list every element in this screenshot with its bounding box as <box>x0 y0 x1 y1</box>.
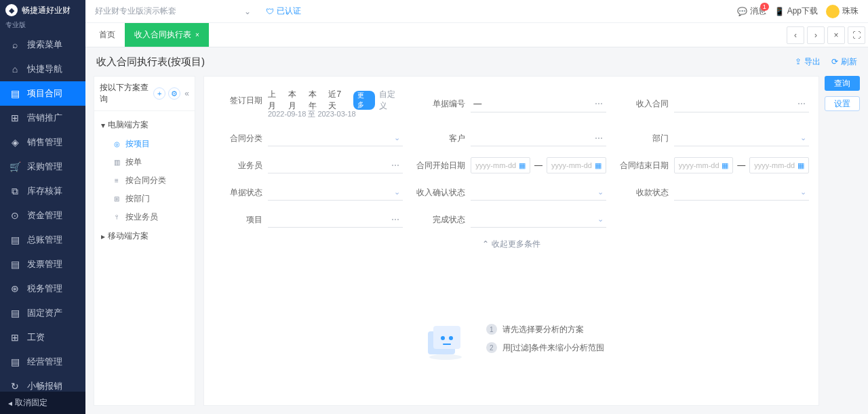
download-button[interactable]: 📱 App下载 <box>774 5 818 17</box>
nav-label: 小畅报销 <box>27 380 62 392</box>
doc-no-input[interactable]: —⋯ <box>471 96 606 112</box>
end-date-to[interactable]: yyyy-mm-dd▦ <box>749 157 809 173</box>
tab-next-button[interactable]: › <box>807 26 825 44</box>
preset-lastm[interactable]: 上月 <box>268 89 284 112</box>
label: 合同结束日期 <box>620 160 669 171</box>
fullscreen-button[interactable]: ⛶ <box>848 26 865 44</box>
cancel-pin-button[interactable]: ◂ 取消固定 <box>0 392 85 414</box>
nav-label: 固定资产 <box>27 307 62 319</box>
nav-tax[interactable]: ⊛税务管理 <box>0 276 85 301</box>
field-project: 项目 ⋯ <box>214 211 403 228</box>
svg-rect-4 <box>443 344 451 345</box>
nav-label: 搜索菜单 <box>27 39 62 51</box>
range-sep: — <box>737 161 745 170</box>
nav-purchase[interactable]: 🛒采购管理 <box>0 154 85 179</box>
verified-label: 已认证 <box>277 5 301 17</box>
badge-icon: ◈ <box>9 137 20 148</box>
filter-wrap: 签订日期 上月 本月 本年 近7天 更多 自定义 2022 <box>203 76 860 406</box>
field-doc-status: 单据状态 ⌄ <box>214 184 403 201</box>
collapse-filters-button[interactable]: ⌃ 收起更多条件 <box>214 233 809 251</box>
nav-inventory[interactable]: ⧉库存核算 <box>0 179 85 203</box>
nav-funds[interactable]: ⊙资金管理 <box>0 203 85 228</box>
settings-button[interactable]: 设置 <box>825 96 860 111</box>
export-button[interactable]: ⇪导出 <box>795 56 821 68</box>
scheme-item-dept[interactable]: ⊞按部门 <box>97 190 192 208</box>
nav-label: 发票管理 <box>27 258 62 270</box>
nav-assets[interactable]: ▤固定资产 <box>0 301 85 325</box>
query-button[interactable]: 查询 <box>825 76 860 91</box>
box-icon: ⧉ <box>9 186 20 196</box>
done-status-select[interactable]: ⌄ <box>471 211 606 228</box>
category-select[interactable]: ⌄ <box>268 130 403 146</box>
refresh-button[interactable]: ⟳刷新 <box>831 56 857 68</box>
step-label: 用[过滤]条件来缩小分析范围 <box>502 342 605 354</box>
step-number: 2 <box>486 342 497 353</box>
nav-invoice[interactable]: ▤发票管理 <box>0 252 85 276</box>
nav-marketing[interactable]: ⊞营销推广 <box>0 106 85 130</box>
export-label: 导出 <box>804 56 821 68</box>
tab-contract-exec[interactable]: 收入合同执行表 × <box>125 23 209 47</box>
brand-sub: 专业版 <box>0 20 85 33</box>
scheme-group-mobile[interactable]: ▸移动端方案 <box>97 226 192 246</box>
field-done-status: 完成状态 ⌄ <box>416 211 606 228</box>
preset-thisy[interactable]: 本年 <box>309 89 325 112</box>
nav-project-contract[interactable]: ▤项目合同 <box>0 81 85 106</box>
preset-more[interactable]: 更多 <box>353 91 375 110</box>
group-label: 移动端方案 <box>108 230 149 242</box>
start-date-from[interactable]: yyyy-mm-dd▦ <box>471 157 530 173</box>
end-date-from[interactable]: yyyy-mm-dd▦ <box>674 157 734 173</box>
add-scheme-button[interactable]: + <box>153 87 165 100</box>
group-label: 电脑端方案 <box>108 119 149 131</box>
tabrow: 首页 收入合同执行表 × ‹ › × ⛶ <box>85 23 868 47</box>
rev-status-select[interactable]: ⌄ <box>471 184 606 201</box>
field-end-date: 合同结束日期 yyyy-mm-dd▦ — yyyy-mm-dd▦ <box>620 157 809 173</box>
label: 收入合同 <box>620 98 669 110</box>
tab-close-button[interactable]: × <box>827 26 845 44</box>
empty-step-1: 1请先选择要分析的方案 <box>486 324 605 335</box>
salesman-input[interactable]: ⋯ <box>268 157 403 173</box>
label: 客户 <box>416 133 465 144</box>
tab-prev-button[interactable]: ‹ <box>787 26 804 44</box>
pay-status-select[interactable]: ⌄ <box>674 184 809 201</box>
field-customer: 客户 ⋯ <box>416 130 606 146</box>
nav-search-menu[interactable]: ⌕搜索菜单 <box>0 33 85 57</box>
preset-7d[interactable]: 近7天 <box>328 89 349 112</box>
empty-state: 1请先选择要分析的方案 2用[过滤]条件来缩小分析范围 <box>214 251 809 398</box>
nav-ops[interactable]: ▤经营管理 <box>0 350 85 374</box>
scheme-item-category[interactable]: ≡按合同分类 <box>97 171 192 190</box>
action-buttons: 查询 设置 <box>825 76 860 406</box>
scheme-settings-button[interactable]: ⚙ <box>168 87 180 100</box>
calendar-icon: ▦ <box>722 161 728 170</box>
nav-reimburse[interactable]: ↻小畅报销 <box>0 374 85 392</box>
close-icon[interactable]: × <box>195 31 199 39</box>
tab-home[interactable]: 首页 <box>90 23 125 47</box>
export-icon: ⇪ <box>795 57 802 66</box>
phone-icon: 📱 <box>774 7 785 16</box>
tax-icon: ⊛ <box>9 283 20 294</box>
suite-label: 好业财专业版演示帐套 <box>95 5 176 17</box>
project-input[interactable]: ⋯ <box>268 211 403 228</box>
label: 合同开始日期 <box>416 160 465 171</box>
target-icon: ◎ <box>112 140 121 149</box>
nav-salary[interactable]: ⊞工资 <box>0 325 85 350</box>
preset-custom[interactable]: 自定义 <box>379 89 403 112</box>
nav-sales[interactable]: ◈销售管理 <box>0 130 85 154</box>
doc-status-select[interactable]: ⌄ <box>268 184 403 201</box>
scheme-collapse-button[interactable]: « <box>184 89 189 98</box>
nav-quick[interactable]: ⌂快捷导航 <box>0 57 85 81</box>
scheme-item-doc[interactable]: ▥按单 <box>97 153 192 171</box>
dept-select[interactable]: ⌄ <box>674 130 809 146</box>
suite-selector[interactable]: 好业财专业版演示帐套 ⌄ <box>95 5 251 17</box>
scheme-item-project[interactable]: ◎按项目 <box>97 135 192 153</box>
contract-input[interactable]: ⋯ <box>674 96 809 112</box>
nav-ledger[interactable]: ▤总账管理 <box>0 228 85 252</box>
messages-button[interactable]: 💬 消息 1 <box>737 5 766 17</box>
scheme-item-salesman[interactable]: ⫯按业务员 <box>97 208 192 226</box>
scheme-group-pc[interactable]: ▾电脑端方案 <box>97 115 192 135</box>
customer-input[interactable]: ⋯ <box>471 130 606 146</box>
scheme-title: 按以下方案查询 <box>100 82 151 105</box>
start-date-to[interactable]: yyyy-mm-dd▦ <box>547 157 606 173</box>
user-menu[interactable]: 珠珠 <box>826 5 859 18</box>
gift-icon: ⊞ <box>9 112 20 123</box>
preset-thism[interactable]: 本月 <box>288 89 304 112</box>
